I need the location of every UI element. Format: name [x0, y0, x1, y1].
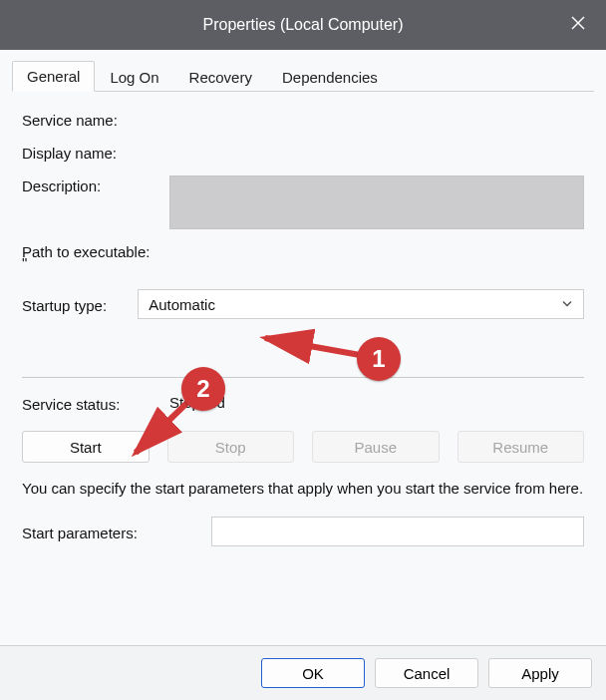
description-box[interactable] [169, 175, 584, 229]
close-icon [571, 16, 585, 34]
cancel-button[interactable]: Cancel [375, 658, 478, 688]
dialog-body: General Log On Recovery Dependencies Ser… [0, 50, 606, 645]
tab-log-on[interactable]: Log On [95, 62, 173, 92]
start-button[interactable]: Start [22, 431, 150, 463]
chevron-down-icon [561, 296, 573, 313]
service-status-value: Stopped [169, 394, 225, 411]
tab-dependencies[interactable]: Dependencies [267, 62, 393, 92]
dialog-footer: OK Cancel Apply [0, 645, 606, 700]
apply-button[interactable]: Apply [488, 658, 592, 688]
window-title: Properties (Local Computer) [203, 16, 404, 34]
tab-strip: General Log On Recovery Dependencies [12, 58, 594, 92]
start-parameters-label: Start parameters: [22, 523, 211, 541]
tab-recovery[interactable]: Recovery [174, 62, 267, 92]
stop-button[interactable]: Stop [167, 431, 295, 463]
service-status-label: Service status: [22, 394, 169, 413]
divider [22, 377, 584, 378]
close-button[interactable] [550, 0, 606, 50]
service-name-label: Service name: [22, 110, 169, 129]
start-parameters-input[interactable] [211, 517, 584, 546]
resume-button[interactable]: Resume [457, 431, 585, 463]
titlebar: Properties (Local Computer) [0, 0, 606, 50]
properties-dialog: Properties (Local Computer) General Log … [0, 0, 606, 700]
pause-button[interactable]: Pause [312, 431, 440, 463]
startup-type-label: Startup type: [22, 295, 138, 314]
startup-type-selected: Automatic [149, 296, 215, 313]
ok-button[interactable]: OK [261, 658, 365, 688]
startup-type-select[interactable]: Automatic [138, 289, 584, 319]
start-parameters-help: You can specify the start parameters tha… [22, 479, 584, 499]
tab-general[interactable]: General [12, 61, 95, 92]
description-label: Description: [22, 175, 169, 194]
service-control-buttons: Start Stop Pause Resume [22, 431, 584, 463]
general-panel: Service name: Display name: Description:… [12, 92, 594, 568]
path-label: Path to executable: [22, 243, 150, 260]
display-name-label: Display name: [22, 143, 169, 162]
